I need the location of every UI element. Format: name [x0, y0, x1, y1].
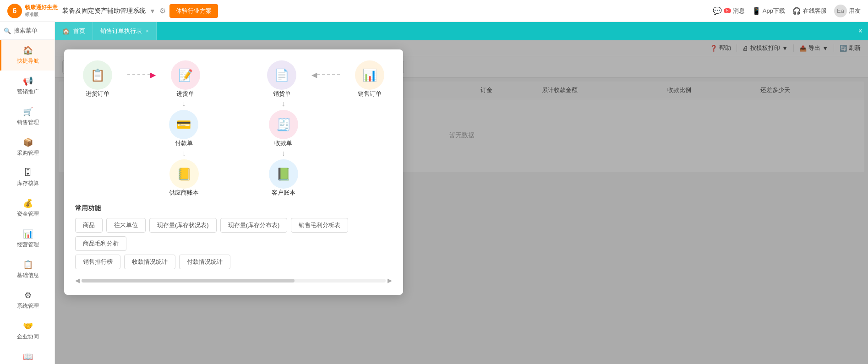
- sidebar-item-newbie[interactable]: 📖 新手引导: [0, 346, 55, 364]
- tab-close-icon[interactable]: ×: [146, 28, 149, 34]
- tab-bar-close-button[interactable]: ×: [853, 22, 868, 40]
- dropdown-icon[interactable]: ▼: [149, 7, 156, 15]
- sidebar-item-label: 经营管理: [17, 241, 39, 249]
- message-badge: 5: [724, 8, 731, 13]
- sales-icon: 🛒: [23, 107, 33, 117]
- marketing-icon: 📢: [23, 76, 33, 86]
- arrow-down-payment: ↓: [169, 149, 198, 158]
- flow-diagram-container: 📋 进货订单 ▶: [75, 60, 392, 197]
- sidebar-item-purchase[interactable]: 📦 采购管理: [0, 132, 55, 163]
- sidebar-item-inventory[interactable]: 🗄 库存核算: [0, 163, 55, 193]
- top-header: 6 畅康通好生意 标准版 装备及固定资产辅助管理系统 ▼ ⚙ 体验行业方案 💬 …: [0, 0, 868, 22]
- arrow-down-sale: ↓: [269, 100, 298, 108]
- flow-node-customer-ledger[interactable]: 📗 客户账本: [269, 159, 298, 197]
- newbie-icon: 📖: [23, 352, 33, 362]
- main-layout: 🔍 搜索菜单 🏠 快捷导航 📢 营销推广 🛒 销售管理 📦 采购管理 🗄 库存核…: [0, 22, 868, 364]
- inventory-icon: 🗄: [24, 168, 32, 178]
- sidebar-item-sales[interactable]: 🛒 销售管理: [0, 101, 55, 132]
- sidebar-item-operation[interactable]: 📊 经营管理: [0, 223, 55, 254]
- func-btn-counterpart[interactable]: 往来单位: [106, 218, 146, 233]
- sidebar-item-label: 采购管理: [17, 149, 39, 157]
- flow-node-sale-order[interactable]: 📊 销售订单: [355, 60, 384, 98]
- func-buttons-row-2: 销售排行榜 收款情况统计 付款情况统计: [75, 255, 392, 269]
- arrow-1: ▶: [127, 71, 156, 88]
- operation-icon: 📊: [23, 229, 33, 239]
- message-icon: 💬: [713, 6, 722, 15]
- logo-area: 6 畅康通好生意 标准版: [7, 4, 62, 18]
- arrow-down-purchase: ↓: [169, 100, 198, 108]
- finance-icon: 💰: [23, 198, 33, 208]
- settings-icon[interactable]: ⚙: [159, 6, 166, 15]
- sidebar-item-system[interactable]: ⚙ 系统管理: [0, 285, 55, 315]
- logo-text: 畅康通好生意 标准版: [25, 4, 58, 17]
- tab-home-label: 首页: [73, 27, 85, 35]
- scroll-right-arrow[interactable]: ▶: [388, 277, 392, 284]
- popup-overlay: 📋 进货订单 ▶: [55, 40, 868, 364]
- app-download-item[interactable]: 📱 App下载: [752, 7, 785, 15]
- sidebar-search[interactable]: 🔍 搜索菜单: [0, 22, 55, 40]
- tab-sales-order-label: 销售订单执行表: [100, 27, 142, 35]
- sidebar-item-enterprise[interactable]: 🤝 企业协同: [0, 315, 55, 346]
- func-btn-sales-profit[interactable]: 销售毛利分析表: [291, 218, 348, 233]
- sidebar-item-label: 库存核算: [17, 179, 39, 187]
- flow-node-purchase-order[interactable]: 📋 进货订单: [83, 60, 112, 98]
- logo-icon: 6: [7, 4, 22, 18]
- avatar: Ea: [834, 5, 847, 17]
- online-service-item[interactable]: 🎧 在线客服: [792, 7, 827, 15]
- func-btn-product[interactable]: 商品: [75, 218, 103, 233]
- system-title-text: 装备及固定资产辅助管理系统: [62, 7, 146, 15]
- tab-bar: 🏠 首页 销售订单执行表 × ×: [55, 22, 868, 40]
- basic-info-icon: 📋: [23, 260, 33, 270]
- func-btn-inventory-dist[interactable]: 现存量(库存分布表): [220, 218, 288, 233]
- flow-node-payment[interactable]: 💳 付款单: [169, 110, 198, 147]
- flow-node-purchase-bill[interactable]: 📝 进货单: [171, 60, 200, 98]
- func-btn-sales-ranking[interactable]: 销售排行榜: [75, 255, 120, 269]
- download-icon: 📱: [752, 7, 761, 15]
- func-buttons-row-1: 商品 往来单位 现存量(库存状况表) 现存量(库存分布表) 销售毛利分析表 商品…: [75, 218, 392, 251]
- flow-node-sale-bill[interactable]: 📄 销货单: [267, 60, 296, 98]
- system-icon: ⚙: [24, 290, 32, 300]
- popup-scrollbar: ◀ ▶: [75, 275, 392, 284]
- sidebar: 🔍 搜索菜单 🏠 快捷导航 📢 营销推广 🛒 销售管理 📦 采购管理 🗄 库存核…: [0, 22, 55, 364]
- home-tab-icon: 🏠: [62, 28, 70, 35]
- arrow-down-receipt: ↓: [269, 149, 298, 158]
- home-icon: 🏠: [23, 45, 33, 55]
- sidebar-item-label: 系统管理: [17, 302, 39, 310]
- common-functions: 常用功能 商品 往来单位 现存量(库存状况表) 现存量(库存分布表) 销售毛利分…: [75, 204, 392, 269]
- func-btn-collection-stats[interactable]: 收款情况统计: [124, 255, 175, 269]
- scroll-left-arrow[interactable]: ◀: [75, 277, 80, 284]
- sidebar-item-label: 销售管理: [17, 119, 39, 126]
- scrollbar-track[interactable]: [82, 279, 386, 283]
- message-item[interactable]: 💬 5 消息: [713, 6, 745, 15]
- enterprise-icon: 🤝: [23, 321, 33, 331]
- sidebar-item-label: 营销推广: [17, 88, 39, 96]
- func-btn-product-profit[interactable]: 商品毛利分析: [75, 236, 126, 251]
- headset-icon: 🎧: [792, 7, 801, 15]
- sidebar-item-finance[interactable]: 💰 资金管理: [0, 193, 55, 223]
- header-actions: 💬 5 消息 📱 App下载 🎧 在线客服 Ea 用友: [713, 5, 861, 17]
- purchase-icon: 📦: [23, 137, 33, 147]
- sidebar-item-marketing[interactable]: 📢 营销推广: [0, 71, 55, 101]
- func-btn-payment-stats[interactable]: 付款情况统计: [179, 255, 230, 269]
- popup-box: 📋 进货订单 ▶: [64, 49, 403, 295]
- flow-node-supplier-ledger[interactable]: 📒 供应商账本: [169, 159, 199, 197]
- content-area: 🏠 首页 销售订单执行表 × × ❓ 帮助 🖨 按模板打印: [55, 22, 868, 364]
- page-content: ❓ 帮助 🖨 按模板打印 ▼ 📤 导出 ▼ 🔄 刷新: [55, 40, 868, 364]
- common-functions-title: 常用功能: [75, 204, 392, 212]
- arrow-2: ◀: [311, 71, 340, 88]
- func-btn-inventory-status[interactable]: 现存量(库存状况表): [149, 218, 217, 233]
- search-icon: 🔍: [4, 27, 11, 34]
- sidebar-item-basic-info[interactable]: 📋 基础信息: [0, 254, 55, 285]
- sidebar-item-label: 快捷导航: [17, 57, 39, 65]
- tab-home[interactable]: 🏠 首页: [55, 22, 93, 40]
- sidebar-item-label: 企业协同: [17, 333, 39, 341]
- user-item[interactable]: Ea 用友: [834, 5, 861, 17]
- flow-node-receipt[interactable]: 🧾 收款单: [269, 110, 298, 147]
- scrollbar-thumb: [82, 279, 295, 283]
- message-label: 消息: [733, 7, 745, 15]
- sidebar-item-quick-nav[interactable]: 🏠 快捷导航: [0, 40, 55, 71]
- experience-button[interactable]: 体验行业方案: [169, 4, 218, 18]
- sidebar-item-label: 基础信息: [17, 272, 39, 279]
- sidebar-item-label: 资金管理: [17, 210, 39, 218]
- tab-sales-order[interactable]: 销售订单执行表 ×: [93, 22, 157, 40]
